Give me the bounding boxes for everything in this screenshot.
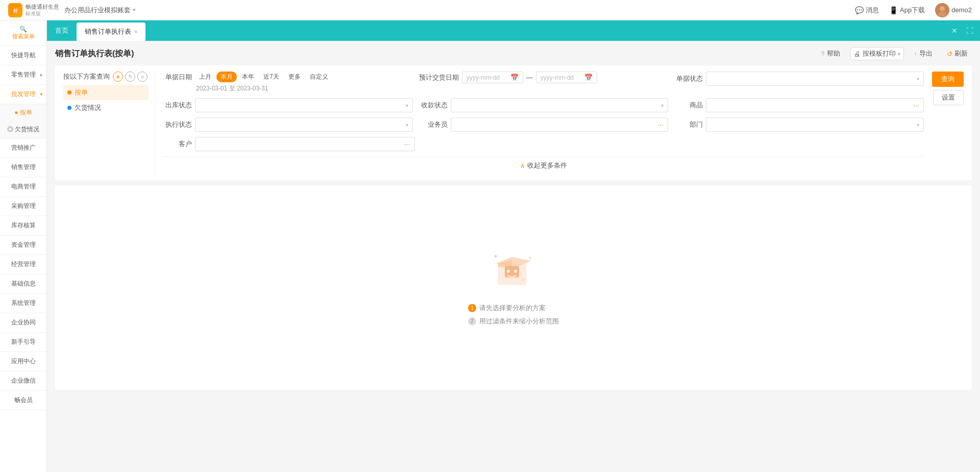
- sidebar-item-basic-info[interactable]: 基础信息: [0, 274, 46, 294]
- sidebar-item-search[interactable]: 🔍 搜索菜单: [0, 20, 46, 46]
- sidebar-item-finance[interactable]: 资金管理: [0, 235, 46, 255]
- help-button[interactable]: ? 帮助: [817, 47, 844, 60]
- page-title: 销售订单执行表(按单): [55, 49, 134, 59]
- goods-filter: 商品 ···: [674, 98, 924, 112]
- sidebar-item-app-center[interactable]: 应用中心: [0, 352, 46, 371]
- user-label: demo2: [951, 6, 972, 14]
- refresh-button[interactable]: ↺ 刷新: [943, 47, 972, 60]
- breadcrumb-text: 办公用品行业模拟账套: [64, 6, 131, 15]
- empty-steps: 1 请先选择要分析的方案 2 用过滤条件来缩小分析范围: [468, 303, 559, 330]
- scheme-item-order[interactable]: 按单: [63, 85, 149, 100]
- sidebar-sub-item-inventory[interactable]: ◎ 欠货情况: [0, 121, 46, 138]
- date-tab-last-month[interactable]: 上月: [195, 72, 215, 82]
- user-menu[interactable]: demo2: [935, 3, 972, 17]
- filter-row-2: 出库状态 ▾ 收款状态 ▾: [163, 98, 924, 112]
- add-scheme-button[interactable]: +: [113, 72, 123, 82]
- receipt-status-select[interactable]: ▾: [451, 98, 669, 112]
- expected-date-start-placeholder: yyyy-mm-dd: [467, 74, 500, 81]
- expected-date-label: 预计交货日期: [419, 73, 459, 82]
- goods-label: 商品: [674, 101, 703, 110]
- customer-filter: 客户 ···: [163, 137, 415, 151]
- scheme-label-order: 按单: [75, 88, 88, 97]
- retail-label: 零售管理: [11, 71, 36, 78]
- delivery-status-select[interactable]: ▾: [195, 98, 413, 112]
- sidebar-item-enterprise[interactable]: 企业协同: [0, 313, 46, 333]
- collapse-scheme-button[interactable]: «: [137, 72, 148, 82]
- sidebar-item-quick-nav[interactable]: 快捷导航: [0, 46, 46, 65]
- svg-point-8: [514, 270, 517, 273]
- expected-date-start-input[interactable]: yyyy-mm-dd 📅: [462, 72, 523, 83]
- status-select[interactable]: ▾: [706, 72, 924, 86]
- message-icon: 💬: [855, 6, 864, 14]
- help-label: 帮助: [827, 49, 840, 58]
- expected-date-filter: 预计交货日期 yyyy-mm-dd 📅 — yyyy-mm-dd 📅: [419, 72, 669, 83]
- customer-input[interactable]: ···: [195, 137, 415, 151]
- app-download-label: App下载: [900, 6, 925, 15]
- svg-text:✦: ✦: [493, 253, 498, 260]
- expected-date-end-placeholder: yyyy-mm-dd: [541, 74, 574, 81]
- sidebar-sub-item-orders[interactable]: ● 按单: [0, 104, 46, 121]
- date-tab-this-month[interactable]: 本月: [216, 72, 237, 82]
- sidebar-item-inventory-check[interactable]: 库存核算: [0, 216, 46, 235]
- tab-close-button[interactable]: ✕: [948, 25, 961, 37]
- sidebar-item-retail[interactable]: 零售管理: [0, 65, 46, 85]
- sidebar-item-ecommerce[interactable]: 电商管理: [0, 177, 46, 197]
- date-tab-this-year[interactable]: 本年: [238, 72, 258, 82]
- breadcrumb-nav[interactable]: 办公用品行业模拟账套 ▾: [64, 6, 136, 15]
- content-area: 首页 销售订单执行表 × ✕ ⛶ 销售订单执行表(按单) ? 帮助: [47, 20, 980, 472]
- status-filter: 单据状态 ▾: [674, 72, 924, 86]
- sidebar-item-system[interactable]: 系统管理: [0, 294, 46, 313]
- sidebar-item-wechat[interactable]: 企业微信: [0, 371, 46, 391]
- sidebar-item-sales[interactable]: 销售管理: [0, 158, 46, 177]
- settings-button[interactable]: 设置: [933, 90, 964, 105]
- logo-text: 畅捷通好生意 标准版: [26, 3, 59, 17]
- date-tab-more[interactable]: 更多: [284, 72, 305, 82]
- tab-close-icon[interactable]: ×: [134, 29, 137, 35]
- expected-date-end-input[interactable]: yyyy-mm-dd 📅: [536, 72, 597, 83]
- app-download-button[interactable]: 📱 App下载: [889, 6, 925, 15]
- filter-row-1: 单据日期 上月 本月 本年 近7天 更多 自定义: [163, 72, 924, 93]
- customer-dots[interactable]: ···: [404, 140, 410, 148]
- quick-nav-label: 快捷导航: [11, 52, 36, 59]
- delivery-arrow-icon: ▾: [406, 103, 408, 108]
- collapse-more-button[interactable]: ∧ 收起更多条件: [163, 156, 924, 174]
- department-select[interactable]: ▾: [706, 117, 924, 132]
- print-arrow-icon: ▾: [898, 51, 900, 57]
- scheme-actions: + ✎ «: [113, 72, 148, 82]
- print-button[interactable]: 🖨 按模板打印 ▾: [850, 47, 904, 60]
- goods-input[interactable]: ···: [706, 98, 924, 112]
- date-tab-7days[interactable]: 近7天: [259, 72, 283, 82]
- sidebar-item-operations[interactable]: 经营管理: [0, 255, 46, 274]
- sidebar-item-marketing[interactable]: 营销推广: [0, 138, 46, 158]
- breadcrumb-arrow-icon[interactable]: ▾: [133, 7, 136, 13]
- date-range-text: 2023-03-01 至 2023-03-31: [196, 85, 268, 92]
- empty-state: ✦ ✦ ✦ 1 请先选择要分析的方案 2 用过滤条件来缩小分析范围: [55, 185, 972, 390]
- scheme-panel-title: 按以下方案查询 + ✎ «: [63, 72, 149, 82]
- tab-orders[interactable]: 销售订单执行表 ×: [77, 22, 145, 41]
- logo-icon: 好: [8, 3, 22, 17]
- scheme-item-backorder[interactable]: 欠货情况: [63, 100, 149, 115]
- print-label: 按模板打印: [863, 49, 896, 58]
- sidebar-item-wholesale[interactable]: 批发管理: [0, 85, 46, 104]
- app-download-icon: 📱: [889, 6, 898, 14]
- help-icon: ?: [821, 50, 824, 58]
- query-button[interactable]: 查询: [932, 72, 964, 87]
- receipt-status-filter: 收款状态 ▾: [419, 98, 669, 112]
- execution-status-select[interactable]: ▾: [195, 117, 413, 132]
- goods-dots[interactable]: ···: [913, 101, 919, 109]
- sidebar-item-newbie[interactable]: 新手引导: [0, 333, 46, 352]
- sidebar-item-member[interactable]: 畅会员: [0, 391, 46, 410]
- date-separator: —: [526, 74, 533, 81]
- salesperson-dots[interactable]: ···: [658, 121, 664, 129]
- svg-text:✦: ✦: [521, 278, 525, 282]
- tab-maximize-button[interactable]: ⛶: [964, 25, 976, 37]
- collapse-icon: ∧: [520, 162, 525, 170]
- edit-scheme-button[interactable]: ✎: [125, 72, 135, 82]
- refresh-label: 刷新: [954, 49, 968, 58]
- export-button[interactable]: ↑ 导出: [910, 47, 937, 60]
- message-button[interactable]: 💬 消息: [855, 6, 879, 15]
- tab-home[interactable]: 首页: [47, 20, 77, 41]
- sidebar-item-purchase[interactable]: 采购管理: [0, 197, 46, 216]
- date-tab-custom[interactable]: 自定义: [306, 72, 332, 82]
- salesperson-input[interactable]: ···: [451, 117, 669, 132]
